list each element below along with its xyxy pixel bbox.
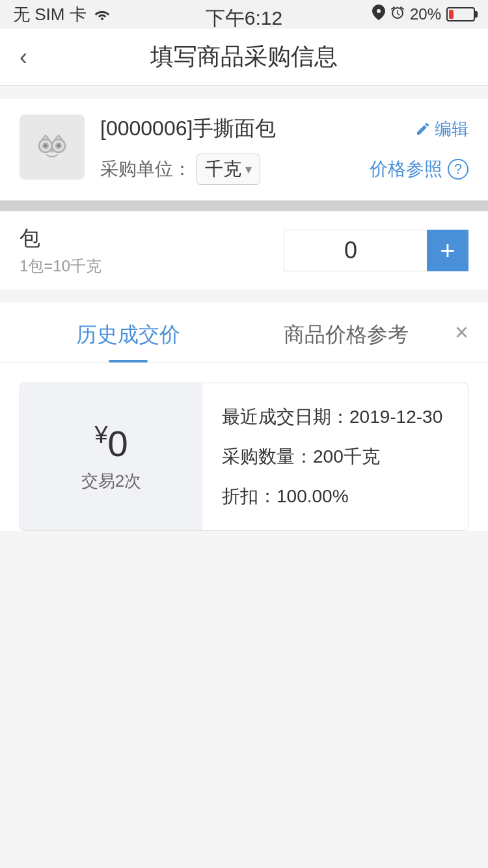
discount-value: 100.00% [277, 486, 349, 506]
purchase-quantity-row: 采购数量：200千克 [222, 442, 448, 472]
gps-icon [372, 5, 385, 24]
divider [0, 200, 488, 211]
quantity-label-block: 包 1包=10千克 [20, 224, 102, 277]
unit-select-button[interactable]: 千克 ▾ [197, 154, 260, 185]
price-ref-help-icon: ? [448, 159, 468, 180]
price-ref-label: 价格参照 [370, 157, 442, 182]
edit-label: 编辑 [435, 118, 468, 141]
carrier-text: 无 SIM 卡 [13, 3, 87, 26]
dropdown-icon: ▾ [245, 161, 252, 177]
status-bar: 无 SIM 卡 下午6:12 20% [0, 0, 488, 29]
transaction-card: ¥0 交易2次 最近成交日期：2019-12-30 采购数量：200千克 折扣：… [20, 383, 468, 531]
quantity-plus-button[interactable]: + [427, 230, 468, 271]
transaction-price: ¥0 [94, 422, 128, 465]
transaction-left-panel: ¥0 交易2次 [20, 383, 202, 530]
page-title: 填写商品采购信息 [150, 41, 338, 73]
nav-bar: ‹ 填写商品采购信息 [0, 29, 488, 86]
quantity-section: 包 1包=10千克 + [0, 211, 488, 290]
recent-date-label: 最近成交日期： [222, 407, 349, 427]
product-card: [0000006]手撕面包 编辑 采购单位： 千克 ▾ 价格参照 ? [0, 99, 488, 200]
unit-value: 千克 [205, 157, 241, 182]
svg-point-5 [44, 144, 47, 147]
edit-icon [415, 121, 431, 137]
alarm-icon [390, 5, 405, 23]
price-ref-button[interactable]: 价格参照 ? [370, 157, 468, 182]
battery-icon [446, 7, 475, 21]
recent-date-value: 2019-12-30 [349, 407, 442, 427]
battery-fill [449, 10, 454, 19]
quantity-conversion-label: 1包=10千克 [20, 256, 102, 277]
tabs-header: 历史成交价 商品价格参考 × [0, 303, 488, 363]
svg-point-6 [57, 144, 60, 147]
status-left: 无 SIM 卡 [13, 3, 111, 26]
transaction-count: 交易2次 [81, 470, 141, 493]
product-logo-icon [33, 128, 72, 167]
recent-date-row: 最近成交日期：2019-12-30 [222, 403, 448, 432]
product-image [20, 115, 85, 180]
tabs-section: 历史成交价 商品价格参考 × ¥0 交易2次 最近成交日期：2019-12-30… [0, 303, 488, 531]
quantity-input[interactable] [284, 230, 427, 271]
discount-label: 折扣： [222, 486, 277, 506]
product-image-inner [29, 124, 75, 170]
product-name: [0000006]手撕面包 [100, 115, 276, 143]
purchase-quantity-value: 200千克 [313, 446, 380, 467]
quantity-unit-label: 包 [20, 224, 102, 253]
unit-selector-group: 采购单位： 千克 ▾ [100, 154, 260, 185]
wifi-icon [93, 5, 111, 25]
back-button[interactable]: ‹ [0, 44, 47, 71]
edit-button[interactable]: 编辑 [415, 118, 468, 141]
price-value: 0 [107, 423, 128, 464]
quantity-input-block: + [284, 230, 468, 271]
currency-symbol: ¥ [94, 422, 107, 448]
transaction-right-panel: 最近成交日期：2019-12-30 采购数量：200千克 折扣：100.00% [202, 383, 468, 530]
purchase-quantity-label: 采购数量： [222, 446, 313, 467]
status-time: 下午6:12 [206, 5, 282, 32]
discount-row: 折扣：100.00% [222, 482, 448, 511]
product-info: [0000006]手撕面包 编辑 采购单位： 千克 ▾ 价格参照 ? [100, 115, 468, 185]
product-unit-row: 采购单位： 千克 ▾ 价格参照 ? [100, 154, 468, 185]
product-header: [0000006]手撕面包 编辑 [100, 115, 468, 143]
battery-percent: 20% [410, 5, 441, 23]
main-content [0, 550, 488, 868]
tab-product-price-ref[interactable]: 商品价格参考 [237, 303, 454, 362]
status-right: 20% [372, 5, 475, 24]
tab-close-button[interactable]: × [455, 306, 468, 359]
tab-history-price[interactable]: 历史成交价 [20, 303, 237, 362]
unit-label: 采购单位： [100, 157, 191, 182]
